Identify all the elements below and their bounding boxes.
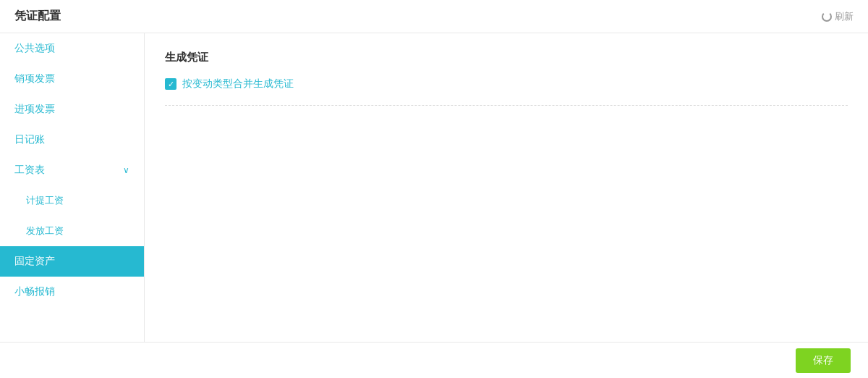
- page-title: 凭证配置: [14, 9, 61, 24]
- sidebar-item-payroll-table[interactable]: 工资表∨: [0, 155, 144, 185]
- sidebar-item-label: 进项发票: [14, 103, 55, 116]
- section-divider: [165, 105, 848, 106]
- sidebar-item-journal[interactable]: 日记账: [0, 125, 144, 155]
- refresh-icon: [822, 12, 832, 22]
- main-content: 生成凭证 按变动类型合并生成凭证: [145, 33, 868, 342]
- section-title: 生成凭证: [165, 51, 848, 64]
- sidebar-item-label: 固定资产: [14, 255, 55, 268]
- refresh-label: 刷新: [835, 10, 854, 23]
- sidebar-item-label: 销项发票: [14, 72, 55, 85]
- sidebar-item-purchase-invoice[interactable]: 进项发票: [0, 94, 144, 125]
- page-wrapper: 凭证配置 刷新 公共选项销项发票进项发票日记账工资表∨计提工资发放工资固定资产小…: [0, 0, 868, 378]
- sidebar-item-issued-payroll[interactable]: 发放工资: [0, 216, 144, 246]
- page-footer: 保存: [0, 342, 868, 378]
- sidebar-item-label: 日记账: [14, 133, 45, 146]
- sidebar-item-sales-invoice[interactable]: 销项发票: [0, 64, 144, 94]
- sidebar-item-label: 工资表: [14, 164, 45, 177]
- sidebar-item-accrued-payroll[interactable]: 计提工资: [0, 185, 144, 216]
- sidebar-item-label: 小畅报销: [14, 285, 55, 298]
- sidebar-item-label: 发放工资: [26, 224, 64, 238]
- sidebar-item-expense-report[interactable]: 小畅报销: [0, 277, 144, 307]
- merge-checkbox[interactable]: [165, 78, 176, 90]
- sidebar-item-label: 公共选项: [14, 42, 55, 55]
- checkbox-label: 按变动类型合并生成凭证: [182, 77, 294, 91]
- checkbox-row: 按变动类型合并生成凭证: [165, 77, 848, 91]
- sidebar-item-label: 计提工资: [26, 194, 64, 207]
- sidebar-item-fixed-assets[interactable]: 固定资产: [0, 246, 144, 277]
- refresh-button[interactable]: 刷新: [822, 10, 854, 23]
- sidebar-item-public-options[interactable]: 公共选项: [0, 33, 144, 64]
- body: 公共选项销项发票进项发票日记账工资表∨计提工资发放工资固定资产小畅报销 生成凭证…: [0, 33, 868, 342]
- chevron-down-icon: ∨: [123, 165, 129, 175]
- page-header: 凭证配置 刷新: [0, 0, 868, 33]
- sidebar: 公共选项销项发票进项发票日记账工资表∨计提工资发放工资固定资产小畅报销: [0, 33, 145, 342]
- save-button[interactable]: 保存: [796, 348, 851, 373]
